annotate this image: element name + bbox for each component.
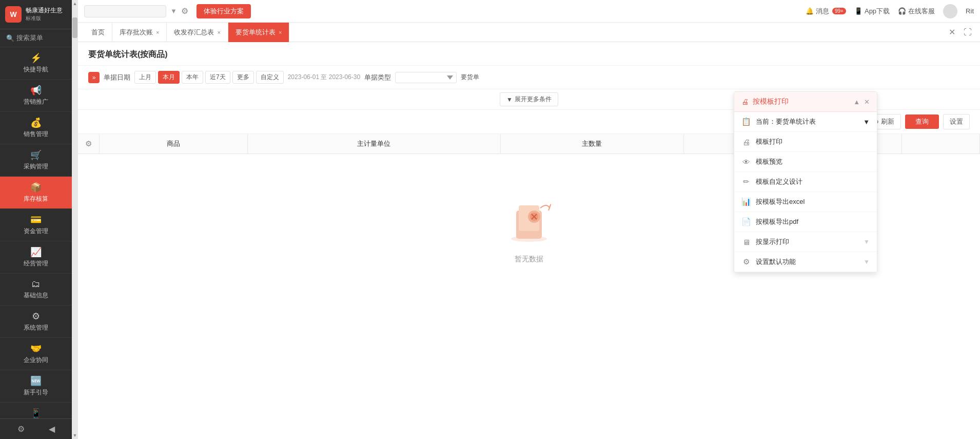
app-download-label: App下载 — [865, 7, 890, 16]
bell-icon: 🔔 — [806, 7, 814, 15]
date-btn-last-month[interactable]: 上月 — [134, 71, 156, 84]
scroll-up-btn[interactable]: ▲ — [72, 0, 78, 7]
notifications-label: 消息 — [816, 7, 829, 16]
default-settings-left: ⚙ 设置默认功能 — [741, 257, 796, 266]
date-group: 上月 本月 本年 近7天 更多 自定义 2023-06-01 至 2023-06… — [134, 71, 360, 84]
col-settings-header[interactable]: ⚙ — [78, 134, 100, 154]
date-btn-this-month[interactable]: 本月 — [158, 71, 180, 84]
topbar-dropdown-icon[interactable]: ▼ — [170, 7, 177, 15]
tab-home-label: 首页 — [91, 28, 105, 37]
sidebar-logo[interactable]: W 畅康通好生意 标准版 — [0, 0, 72, 29]
table-settings-icon[interactable]: ⚙ — [85, 139, 92, 148]
sidebar-item-inventory[interactable]: 📦 库存核算 — [0, 177, 72, 209]
main-area: ▼ ⚙ 体验行业方案 🔔 消息 99+ 📱 App下载 🎧 在线客服 Rit 首… — [78, 0, 980, 439]
sidebar-item-sales[interactable]: 💰 销售管理 — [0, 112, 72, 144]
sidebar-scrollbar[interactable]: ▲ ▼ — [72, 0, 78, 439]
page-content: 要货单统计表(按商品) » 单据日期 上月 本月 本年 近7天 更多 自定义 2… — [78, 42, 980, 439]
dropdown-item-display-print[interactable]: 🖥 按显示打印 ▼ — [734, 232, 877, 252]
tab-order-stats-close[interactable]: × — [279, 29, 282, 35]
col-product-header: 商品 — [100, 134, 248, 154]
search-icon: 🔍 — [6, 34, 14, 42]
dropdown-title: 按模板打印 — [753, 97, 789, 106]
dropdown-item-pdf[interactable]: 📄 按模板导出pdf — [734, 212, 877, 232]
finance-icon: 💳 — [30, 214, 42, 225]
online-service-label: 在线客服 — [908, 7, 935, 16]
sidebar-item-appstore[interactable]: 📱 应用中心 — [0, 403, 72, 418]
date-btn-7days[interactable]: 近7天 — [205, 71, 230, 84]
tab-close-all-icon[interactable]: ✕ — [947, 26, 957, 38]
template-pdf-icon: 📄 — [741, 217, 751, 226]
tab-order-stats[interactable]: 要货单统计表 × — [228, 23, 289, 42]
sidebar-item-purchase[interactable]: 🛒 采购管理 — [0, 144, 72, 177]
date-btn-more[interactable]: 更多 — [232, 71, 254, 84]
guide-icon: 🆕 — [30, 375, 42, 387]
sidebar-item-business[interactable]: 📈 经营管理 — [0, 241, 72, 274]
topbar-gear-icon[interactable]: ⚙ — [181, 6, 188, 16]
online-service-item[interactable]: 🎧 在线客服 — [898, 7, 935, 16]
notifications-count: 99+ — [832, 8, 846, 14]
sidebar-label-sales: 销售管理 — [24, 130, 48, 139]
logo-icon: W — [5, 6, 22, 23]
type-select[interactable] — [395, 72, 457, 83]
page-header: 要货单统计表(按商品) — [78, 42, 980, 66]
filter-expand-btn[interactable]: » — [88, 72, 100, 83]
sidebar-item-marketing[interactable]: 📢 营销推广 — [0, 80, 72, 112]
user-name[interactable]: Rit — [966, 7, 974, 15]
sidebar-item-quick-nav[interactable]: ⚡ 快捷导航 — [0, 47, 72, 80]
topbar-search-input[interactable] — [84, 5, 166, 17]
sidebar-search[interactable]: 🔍 搜索菜单 — [0, 29, 72, 47]
template-preview-label: 模板预览 — [756, 157, 782, 166]
settings-btn[interactable]: 设置 — [943, 114, 970, 129]
default-settings-chevron: ▼ — [864, 258, 870, 265]
sidebar-footer: ⚙ ◀ — [0, 418, 72, 439]
enterprise-icon: 🤝 — [30, 343, 42, 354]
sidebar-item-enterprise[interactable]: 🤝 企业协同 — [0, 338, 72, 370]
tab-receipt-summary-close[interactable]: × — [217, 29, 220, 35]
display-print-label: 按显示打印 — [756, 237, 789, 246]
footer-settings-icon[interactable]: ⚙ — [17, 424, 25, 434]
template-print-label: 模板打印 — [756, 137, 782, 146]
filter-bar: » 单据日期 上月 本月 本年 近7天 更多 自定义 2023-06-01 至 … — [78, 66, 980, 89]
user-avatar[interactable] — [943, 4, 957, 18]
business-icon: 📈 — [30, 246, 42, 258]
sidebar-item-guide[interactable]: 🆕 新手引导 — [0, 370, 72, 403]
sidebar-item-finance[interactable]: 💳 资金管理 — [0, 209, 72, 241]
print-dropdown-popup: 🖨 按模板打印 ▲ ✕ 📋 当前：要货单统计表 ▼ 🖨 模板打印 👁 模板预 — [734, 91, 877, 273]
dropdown-item-design[interactable]: ✏ 模板自定义设计 — [734, 172, 877, 192]
expand-more-btn[interactable]: ▼ 展开更多条件 — [500, 92, 558, 106]
expand-more-label: 展开更多条件 — [515, 95, 552, 104]
sidebar-label-quick-nav: 快捷导航 — [24, 65, 48, 74]
dropdown-item-current[interactable]: 📋 当前：要货单统计表 ▼ — [734, 112, 877, 132]
query-btn[interactable]: 查询 — [905, 114, 939, 129]
online-service-icon: 🎧 — [898, 7, 906, 15]
tab-inventory-batch[interactable]: 库存批次账 × — [112, 23, 167, 42]
dropdown-item-default-settings[interactable]: ⚙ 设置默认功能 ▼ — [734, 252, 877, 272]
date-range-text: 2023-06-01 至 2023-06-30 — [288, 73, 360, 82]
industry-btn[interactable]: 体验行业方案 — [197, 4, 251, 18]
scroll-down-btn[interactable]: ▼ — [72, 432, 78, 439]
sidebar-item-system[interactable]: ⚙ 系统管理 — [0, 306, 72, 338]
dropdown-item-print[interactable]: 🖨 模板打印 — [734, 132, 877, 152]
dropdown-close-btn[interactable]: ✕ — [864, 98, 870, 106]
scroll-thumb[interactable] — [72, 17, 77, 38]
date-btn-custom[interactable]: 自定义 — [256, 71, 284, 84]
app-download-item[interactable]: 📱 App下载 — [854, 7, 890, 16]
sidebar-item-base[interactable]: 🗂 基础信息 — [0, 274, 72, 306]
footer-collapse-icon[interactable]: ◀ — [49, 424, 55, 434]
dropdown-up-icon[interactable]: ▲ — [853, 98, 860, 106]
tab-expand-icon[interactable]: ⛶ — [962, 27, 974, 38]
notifications-item[interactable]: 🔔 消息 99+ — [806, 7, 846, 16]
type-label: 单据类型 — [364, 73, 391, 82]
tab-receipt-summary[interactable]: 收发存汇总表 × — [167, 23, 228, 42]
dropdown-item-excel[interactable]: 📊 按模板导出excel — [734, 192, 877, 212]
dropdown-item-preview[interactable]: 👁 模板预览 — [734, 152, 877, 172]
default-settings-icon: ⚙ — [741, 257, 751, 266]
sidebar-label-inventory: 库存核算 — [24, 195, 48, 203]
display-print-chevron: ▼ — [864, 238, 870, 245]
tab-home[interactable]: 首页 — [84, 23, 112, 42]
base-icon: 🗂 — [31, 279, 41, 290]
sales-icon: 💰 — [30, 117, 42, 128]
sidebar-label-marketing: 营销推广 — [24, 98, 48, 106]
tab-inventory-batch-close[interactable]: × — [156, 29, 159, 35]
date-btn-this-year[interactable]: 本年 — [182, 71, 203, 84]
